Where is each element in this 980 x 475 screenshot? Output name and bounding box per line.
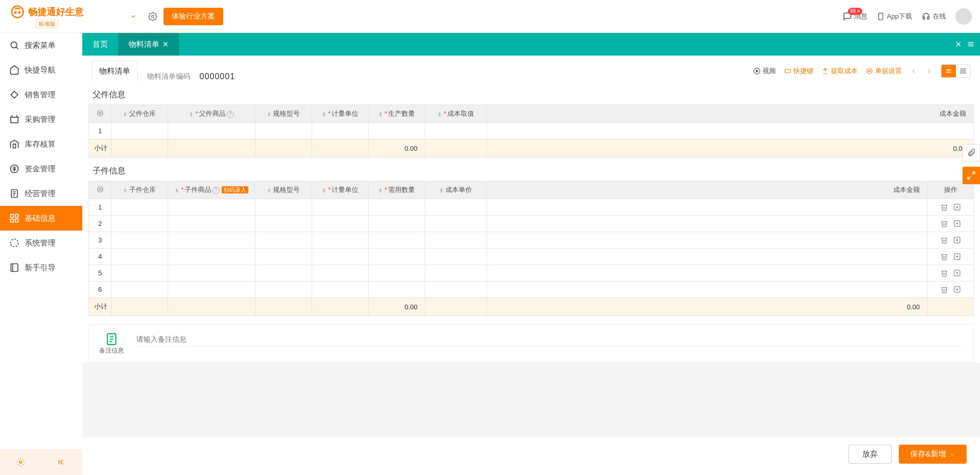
svg-marker-29 [756,70,758,73]
page-tab[interactable]: 物料清单 [92,61,138,81]
col-child-spec[interactable]: ▲▼规格型号 [256,181,312,199]
delete-icon[interactable] [940,269,948,277]
col-parent-product[interactable]: ▲▼*父件商品? [168,105,256,123]
messages-link[interactable]: 99 + 消息 [843,12,867,21]
video-link[interactable]: 视频 [753,66,776,76]
fullscreen-button[interactable] [963,167,980,184]
sidebar-item-stock[interactable]: 库存核算 [0,132,82,156]
online-service-link[interactable]: 在线 [921,12,946,21]
sidebar-item-purchase[interactable]: 采购管理 [0,107,82,132]
row-actions [928,282,974,298]
scan-badge[interactable]: 扫码录入 [222,186,248,193]
prev-record-icon[interactable] [910,67,917,75]
delete-icon[interactable] [940,286,948,293]
svg-rect-19 [11,264,17,272]
view-list-button[interactable] [941,65,956,77]
col-parent-cost-basis[interactable]: ▲▼*成本取值 [425,105,487,123]
app-download-link[interactable]: App下载 [877,12,912,21]
close-all-icon[interactable] [954,40,963,48]
delete-icon[interactable] [940,203,948,211]
col-child-unit-cost[interactable]: ▲▼成本单价 [425,181,487,199]
col-child-unit[interactable]: ▲▼*计量单位 [312,181,369,199]
sidebar-item-biz[interactable]: 经营管理 [0,181,82,206]
tab-bom[interactable]: 物料清单 ✕ [118,33,179,56]
org-selector[interactable] [92,10,142,23]
tab-home[interactable]: 首页 [82,33,118,56]
remark-input[interactable] [134,332,963,347]
delete-icon[interactable] [940,253,948,260]
chevron-down-icon [949,451,955,458]
col-child-warehouse[interactable]: ▲▼子件仓库 [112,181,168,199]
table-row[interactable]: 2 [89,216,974,232]
svg-line-67 [968,177,970,179]
delete-icon[interactable] [940,236,948,244]
gear-icon[interactable] [16,458,25,467]
avatar[interactable] [955,8,972,25]
settings-icon[interactable] [148,12,157,21]
code-value: 0000001 [199,72,235,81]
sidebar-item-system[interactable]: 系统管理 [0,231,82,255]
experience-button[interactable]: 体验行业方案 [164,8,223,25]
sidebar-items: 搜索菜单 快捷导航 销售管理 采购管理 库存核算 资金管理 [0,33,82,449]
table-row[interactable]: 3 [89,232,974,249]
sidebar-item-label: 搜索菜单 [25,41,56,50]
help-icon[interactable]: ? [212,187,220,194]
save-new-button[interactable]: 保存&新增 [899,445,967,464]
add-icon[interactable] [953,220,961,227]
sidebar-item-sales[interactable]: 销售管理 [0,82,82,107]
add-icon[interactable] [953,253,961,260]
add-icon[interactable] [953,286,961,293]
sidebar-item-base[interactable]: 基础信息 [0,206,82,231]
col-parent-warehouse[interactable]: ▲▼父件仓库 [112,105,168,123]
attachment-button[interactable] [963,144,980,162]
menu-icon[interactable] [967,40,975,48]
row-actions [928,199,974,216]
sidebar-item-search[interactable]: 搜索菜单 [0,33,82,58]
col-parent-unit[interactable]: ▲▼*计量单位 [312,105,369,123]
tag-icon [9,90,20,100]
col-child-cost-amount[interactable]: 成本金额 [487,181,928,199]
table-row[interactable]: 6 [89,282,974,298]
discard-button[interactable]: 放弃 [848,445,892,464]
expand-icon [967,171,976,180]
sidebar-item-quicknav[interactable]: 快捷导航 [0,58,82,82]
help-icon[interactable]: ? [227,111,234,118]
delete-icon[interactable] [940,220,948,227]
add-icon[interactable] [953,269,961,277]
search-icon [9,40,20,50]
svg-line-66 [972,172,975,174]
view-card-button[interactable] [956,65,970,77]
svg-point-1 [15,12,16,13]
svg-rect-17 [15,219,19,222]
table-row[interactable]: 4 [89,249,974,265]
main: 首页 物料清单 ✕ 物料清单 物料清单编码 0000001 [82,33,980,475]
sidebar-item-funds[interactable]: 资金管理 [0,156,82,181]
bill-setting-link[interactable]: 单据设置 [866,66,902,76]
col-parent-qty[interactable]: ▲▼*生产数量 [369,105,425,123]
play-icon [753,67,760,75]
add-icon[interactable] [953,236,961,244]
next-record-icon[interactable] [925,67,933,75]
shortcut-link[interactable]: 快捷键 [784,66,813,76]
col-child-product[interactable]: ▲▼*子件商品?扫码录入 [168,181,256,199]
table-row[interactable]: 1 [89,199,974,216]
col-gear[interactable] [89,181,112,199]
col-gear[interactable] [89,105,112,123]
add-icon[interactable] [953,203,961,211]
col-parent-cost-amount[interactable]: 成本金额 [487,105,974,123]
sidebar-footer [0,449,82,475]
sidebar-item-guide[interactable]: 新手引导 [0,255,82,280]
col-child-need-qty[interactable]: ▲▼*需用数量 [369,181,425,199]
subtotal-label: 小计 [89,139,112,157]
table-row[interactable]: 5 [89,265,974,282]
col-parent-spec[interactable]: ▲▼规格型号 [256,105,312,123]
subtotal-label: 小计 [89,298,112,316]
page: 物料清单 物料清单编码 0000001 视频 快捷键 [82,56,980,475]
keyboard-icon [784,67,791,75]
close-icon[interactable]: ✕ [162,40,169,48]
collapse-icon[interactable] [57,458,66,467]
table-row[interactable]: 1 [89,123,974,139]
online-label: 在线 [933,12,946,21]
extract-cost-link[interactable]: 提取成本 [822,66,858,76]
remark-block: 备注信息 [88,324,974,363]
